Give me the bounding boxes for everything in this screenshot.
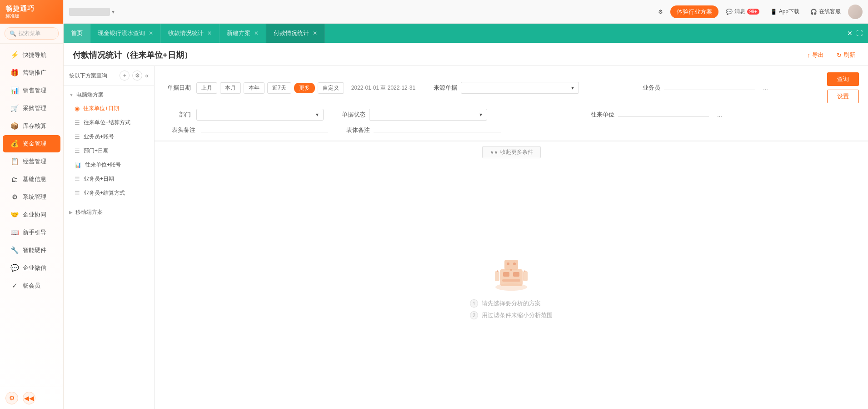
- dept-select-chevron: ▾: [316, 111, 319, 118]
- online-service-btn[interactable]: 🎧 在线客服: [807, 6, 844, 17]
- sidebar-search-area[interactable]: 🔍 搜索菜单: [0, 24, 63, 44]
- date-btn-this-month[interactable]: 本月: [220, 82, 241, 94]
- expand-arrow: ▼: [69, 92, 74, 97]
- payments-tab-close[interactable]: ✕: [313, 30, 317, 36]
- mobile-scheme-group-header[interactable]: ▶ 移动端方案: [64, 206, 154, 219]
- sidebar-item-label: 资金管理: [23, 140, 46, 148]
- sidebar-item-label: 库存核算: [23, 122, 46, 130]
- dept-select[interactable]: ▾: [196, 109, 324, 121]
- service-icon: 🎧: [810, 9, 817, 15]
- filter-row-3: 表头备注 表体备注: [164, 126, 859, 134]
- sales-label: 业务员: [633, 84, 660, 92]
- sidebar-item-marketing[interactable]: 🎁 营销推广: [3, 64, 60, 81]
- collapse-label: 收起更多条件: [500, 148, 533, 156]
- empty-state-icon: [489, 253, 534, 294]
- scheme-item-3[interactable]: ☰ 业务员+账号: [64, 130, 154, 144]
- sidebar-item-basic[interactable]: 🗂 基础信息: [3, 171, 60, 188]
- scheme-item-5[interactable]: 📊 往来单位+账号: [64, 158, 154, 172]
- scheme-icon-5: 📊: [75, 162, 81, 168]
- sidebar-item-stock[interactable]: 📦 库存核算: [3, 117, 60, 135]
- scheme-add-btn[interactable]: +: [120, 71, 130, 81]
- scheme-settings-btn[interactable]: ⚙: [132, 71, 142, 81]
- date-btn-last-month[interactable]: 上月: [196, 82, 217, 94]
- tab-home[interactable]: 首页: [64, 24, 90, 43]
- scheme-item-7[interactable]: ☰ 业务员+结算方式: [64, 186, 154, 200]
- app-download-btn[interactable]: 📱 App下载: [767, 6, 803, 17]
- date-btn-this-year[interactable]: 本年: [244, 82, 264, 94]
- date-options: 上月 本月 本年 近7天 更多 自定义: [196, 82, 344, 94]
- hint-num-1: 1: [470, 299, 478, 308]
- scheme-item-label: 业务员+账号: [84, 133, 114, 141]
- scheme-item-4[interactable]: ☰ 部门+日期: [64, 144, 154, 158]
- scheme-panel-title: 按以下方案查询: [69, 72, 107, 80]
- date-btn-custom[interactable]: 自定义: [318, 82, 344, 94]
- bank-flow-tab-close[interactable]: ✕: [149, 30, 153, 36]
- sidebar-settings-btn[interactable]: ⚙: [5, 392, 18, 404]
- basic-icon: 🗂: [10, 176, 19, 183]
- purchase-icon: 🛒: [10, 104, 19, 112]
- sidebar-item-quick-nav[interactable]: ⚡ 快捷导航: [3, 46, 60, 64]
- sales-input[interactable]: [664, 86, 755, 90]
- export-btn[interactable]: ↑ 导出: [804, 49, 828, 61]
- settings-gear-btn[interactable]: ⚙: [654, 7, 667, 17]
- header-note-input[interactable]: [201, 128, 328, 132]
- sidebar-item-sales[interactable]: 📊 销售管理: [3, 82, 60, 99]
- partner-ellipsis[interactable]: ...: [713, 109, 727, 121]
- receipts-tab-close[interactable]: ✕: [207, 30, 212, 36]
- sidebar-item-label: 畅会员: [23, 282, 40, 290]
- user-avatar[interactable]: [848, 5, 863, 19]
- scheme-item-1[interactable]: ◉ 往来单位+日期: [64, 101, 154, 116]
- scheme-collapse-btn[interactable]: «: [145, 72, 149, 79]
- pc-group-label: 电脑端方案: [76, 91, 104, 99]
- settings-btn[interactable]: 设置: [827, 90, 859, 103]
- sidebar: 畅捷通巧 标准版 🔍 搜索菜单 ⚡ 快捷导航 🎁 营销推广 📊 销售管理 🛒 采…: [0, 0, 64, 409]
- sidebar-item-guide[interactable]: 📖 新手引导: [3, 224, 60, 241]
- scheme-icon-2: ☰: [75, 119, 80, 126]
- sidebar-item-coop[interactable]: 🤝 企业协同: [3, 206, 60, 223]
- tab-receipts[interactable]: 收款情况统计 ✕: [161, 24, 219, 43]
- search-input-wrapper[interactable]: 🔍 搜索菜单: [5, 27, 59, 40]
- export-icon: ↑: [808, 52, 811, 59]
- filter-panel: 单据日期 上月 本月 本年 近7天 更多 自定义 2022-01-01 至 20…: [155, 66, 868, 409]
- tab-new-plan[interactable]: 新建方案 ✕: [219, 24, 266, 43]
- sidebar-item-weichat[interactable]: 💬 企业微信: [3, 259, 60, 277]
- source-select[interactable]: ▾: [461, 82, 579, 94]
- collapse-more-btn[interactable]: ∧∧ 收起更多条件: [482, 146, 541, 158]
- tab-close-all-icon[interactable]: ✕: [847, 30, 853, 37]
- sidebar-item-business[interactable]: 📋 经营管理: [3, 153, 60, 170]
- query-btn[interactable]: 查询: [827, 72, 859, 86]
- sales-ellipsis[interactable]: ...: [758, 82, 773, 94]
- refresh-btn[interactable]: ↻ 刷新: [833, 49, 859, 61]
- body-note-input[interactable]: [374, 128, 501, 132]
- message-label: 消息: [734, 8, 745, 15]
- scheme-item-6[interactable]: ☰ 业务员+日期: [64, 172, 154, 186]
- receipts-tab-label: 收款情况统计: [168, 29, 204, 37]
- scheme-item-2[interactable]: ☰ 往来单位+结算方式: [64, 116, 154, 130]
- sidebar-collapse-btn[interactable]: ◀◀: [23, 392, 35, 404]
- sidebar-item-hardware[interactable]: 🔧 智能硬件: [3, 242, 60, 259]
- results-area: 1 请先选择要分析的方案 2 用过滤条件来缩小分析范围: [155, 163, 868, 409]
- sidebar-item-purchase[interactable]: 🛒 采购管理: [3, 100, 60, 117]
- trial-btn[interactable]: 体验行业方案: [670, 5, 718, 18]
- partner-input[interactable]: [618, 113, 709, 117]
- sidebar-item-capital[interactable]: 💰 资金管理: [3, 135, 60, 152]
- sidebar-item-member[interactable]: ✓ 畅会员: [3, 277, 60, 294]
- scheme-active-icon: ◉: [75, 105, 80, 112]
- hint-text-1: 请先选择要分析的方案: [482, 299, 541, 308]
- pc-scheme-group-header[interactable]: ▼ 电脑端方案: [64, 88, 154, 101]
- sidebar-item-system[interactable]: ⚙ 系统管理: [3, 188, 60, 206]
- date-btn-7days[interactable]: 近7天: [267, 82, 291, 94]
- tab-bank-flow[interactable]: 现金银行流水查询 ✕: [90, 24, 161, 43]
- sidebar-item-label: 企业协同: [23, 211, 46, 219]
- tab-fullscreen-icon[interactable]: ⛶: [856, 30, 863, 37]
- tab-payments[interactable]: 付款情况统计 ✕: [266, 24, 325, 43]
- date-btn-more[interactable]: 更多: [294, 83, 315, 93]
- action-btn-group: 查询 设置: [827, 72, 859, 103]
- filter-row-2: 部门 ▾ 单据状态 ▾ 往来单位: [164, 109, 859, 121]
- message-btn[interactable]: 💬 消息 99+: [722, 6, 763, 17]
- stock-icon: 📦: [10, 122, 19, 130]
- new-plan-tab-close[interactable]: ✕: [254, 30, 259, 36]
- weichat-icon: 💬: [10, 264, 19, 272]
- doc-status-select[interactable]: ▾: [369, 109, 487, 121]
- service-label: 在线客服: [819, 8, 841, 15]
